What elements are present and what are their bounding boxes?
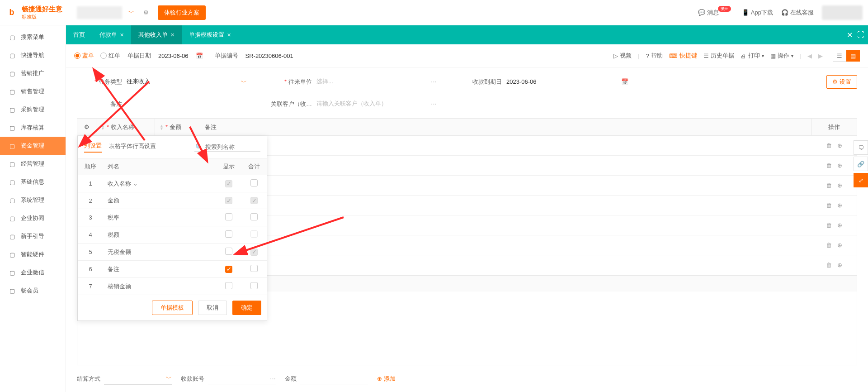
checkbox-icon[interactable] [250,179,258,186]
chevron-down-icon[interactable]: ﹀ [166,374,172,382]
video-button[interactable]: ▷视频 [613,52,632,60]
biz-type-input[interactable]: 往来收入 ﹀ [127,75,249,89]
ops-button[interactable]: ▦操作▾ [770,52,793,60]
support-button[interactable]: 🎧 在线客服 [781,9,814,17]
sidebar-item-search[interactable]: ▢搜索菜单 [0,28,66,46]
shortcut-button[interactable]: ⌨快捷键 [669,52,697,60]
copy-icon[interactable]: ⊕ [837,202,842,209]
delete-icon[interactable]: 🗑 [826,202,832,209]
current-user[interactable] [77,6,122,19]
sidebar-item-tag[interactable]: ▢销售管理 [0,82,66,100]
close-icon[interactable]: ✕ [227,32,231,38]
checkbox-icon[interactable]: ✓ [225,266,232,273]
sidebar-item-cart[interactable]: ▢采购管理 [0,100,66,119]
checkbox-icon[interactable]: ✓ [225,197,232,204]
sidebar-item-home[interactable]: ▢快捷导航 [0,46,66,64]
sidebar-item-box[interactable]: ▢库存核算 [0,119,66,137]
gear-icon[interactable]: ⚙ [141,7,151,18]
close-icon[interactable]: ✕ [170,32,175,38]
sidebar-item-gear[interactable]: ▢系统管理 [0,191,66,209]
delete-icon[interactable]: 🗑 [826,242,832,249]
checkbox-icon[interactable]: ✓ [250,197,258,204]
colset-search[interactable]: 🔍 [194,143,260,152]
due-date-input[interactable]: 2023-06-06 [506,76,617,88]
tab[interactable]: 其他收入单✕ [131,25,182,44]
settle-method-input[interactable]: ﹀ [104,373,172,385]
float-expand-icon[interactable]: ⤢ [854,173,868,187]
view-list-button[interactable]: ☰ [833,50,846,62]
trial-industry-button[interactable]: 体验行业方案 [158,5,206,20]
sidebar-item-gift[interactable]: ▢营销推广 [0,64,66,82]
setup-button[interactable]: ⚙设置 [826,75,857,89]
checkbox-icon[interactable] [225,248,232,255]
radio-red[interactable]: 红单 [100,52,120,60]
sidebar-item-wallet[interactable]: ▢资金管理 [0,137,66,155]
delete-icon[interactable]: 🗑 [826,222,832,229]
sidebar-item-vip[interactable]: ▢畅会员 [0,282,66,300]
help-button[interactable]: ?帮助 [646,52,662,60]
sidebar-item-chart[interactable]: ▢经营管理 [0,155,66,173]
checkbox-icon[interactable]: ✓ [250,249,258,256]
messages-button[interactable]: 💬 消息 99+ [698,9,734,17]
delete-icon[interactable]: 🗑 [826,142,832,149]
confirm-button[interactable]: 确定 [232,301,261,315]
th-income-name[interactable]: ▲▼收入名称 [96,119,155,135]
link-customer-input[interactable]: 请输入关联客户（收入单） ⋯ [316,97,439,111]
delete-icon[interactable]: 🗑 [826,182,832,189]
more-icon[interactable]: ⋯ [270,375,276,382]
view-detail-button[interactable]: ▤ [846,50,860,62]
checkbox-icon[interactable] [225,213,232,220]
colset-tab-font[interactable]: 表格字体行高设置 [109,142,156,152]
chevron-down-icon[interactable]: ﹀ [128,9,134,17]
expand-icon[interactable]: ⛶ [857,31,864,39]
close-all-tabs-icon[interactable]: ✕ [847,31,853,39]
more-icon[interactable]: ⋯ [431,100,437,107]
history-button[interactable]: ☰历史单据 [703,52,734,60]
chevron-down-icon[interactable]: ﹀ [241,78,247,86]
next-icon[interactable]: ▶ [818,53,823,59]
more-icon[interactable]: ⋯ [431,78,437,85]
sidebar-item-device[interactable]: ▢智能硬件 [0,245,66,263]
copy-icon[interactable]: ⊕ [837,182,842,189]
sidebar-item-book[interactable]: ▢新手引导 [0,227,66,245]
print-button[interactable]: 🖨打印▾ [741,52,764,60]
delete-icon[interactable]: 🗑 [826,262,832,268]
copy-icon[interactable]: ⊕ [837,222,842,229]
float-note-icon[interactable]: 🗨 [854,140,868,155]
copy-icon[interactable]: ⊕ [837,162,842,169]
settle-account-input[interactable]: ⋯ [208,373,276,384]
checkbox-icon[interactable] [250,213,258,220]
delete-icon[interactable]: 🗑 [826,162,832,169]
checkbox-icon[interactable] [225,230,232,238]
sidebar-item-wechat[interactable]: ▢企业微信 [0,263,66,282]
calendar-icon[interactable]: 📅 [196,53,203,59]
checkbox-icon[interactable] [250,282,258,289]
add-settlement-button[interactable]: ⊕ 添加 [377,375,396,383]
tab[interactable]: 单据模板设置✕ [182,25,238,44]
copy-icon[interactable]: ⊕ [837,262,842,268]
th-amount[interactable]: ▲▼金额 [155,119,200,135]
checkbox-icon[interactable] [250,265,258,272]
app-download-button[interactable]: 📱 App下载 [742,9,773,17]
remark-input[interactable] [127,98,249,110]
copy-icon[interactable]: ⊕ [837,242,842,249]
sidebar-item-org[interactable]: ▢企业协同 [0,209,66,227]
copy-icon[interactable]: ⊕ [837,142,842,149]
settle-amount-input[interactable] [300,373,368,384]
cancel-button[interactable]: 取消 [198,301,227,315]
colset-tab-columns[interactable]: 列设置 [84,142,102,153]
user-avatar[interactable] [822,5,863,20]
column-settings-button[interactable]: ⚙ [77,119,96,135]
calendar-icon[interactable]: 📅 [621,78,628,85]
colset-search-input[interactable] [205,143,259,150]
chevron-down-icon[interactable]: ⌄ [133,180,138,187]
tab[interactable]: 付款单✕ [92,25,131,44]
radio-blue[interactable]: 蓝单 [74,52,94,60]
doc-date-value[interactable]: 2023-06-06 [158,53,189,59]
checkbox-icon[interactable]: ✓ [225,180,232,187]
float-link-icon[interactable]: 🔗 [854,157,868,171]
sidebar-item-layers[interactable]: ▢基础信息 [0,173,66,191]
tab[interactable]: 首页 [66,25,92,44]
partner-input[interactable]: 选择... ⋯ [316,75,439,89]
close-icon[interactable]: ✕ [120,32,124,38]
